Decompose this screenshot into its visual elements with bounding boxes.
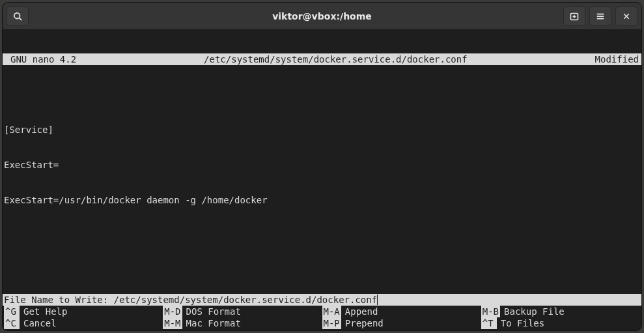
shortcut-label: Get Help <box>20 306 67 317</box>
nano-shortcuts: ^GGet Help M-DDOS Format M-AAppend M-BBa… <box>3 306 641 329</box>
text-cursor <box>377 295 378 305</box>
search-icon <box>13 12 22 21</box>
nano-file-path: /etc/systemd/system/docker.service.d/doc… <box>76 53 595 65</box>
nano-modified-status: Modified <box>595 53 640 65</box>
shortcut-label: Mac Format <box>182 317 241 329</box>
terminal-window: viktor@vbox:/home GNU nano 4.2 /etc/syst… <box>3 3 641 330</box>
shortcut-mac-format: M-MMac Format <box>163 317 322 329</box>
shortcut-append: M-AAppend <box>322 306 481 317</box>
shortcut-to-files: ^TTo Files <box>481 317 640 329</box>
menu-button[interactable] <box>589 7 611 26</box>
editor-line: ExecStart=/usr/bin/docker daemon -g /hom… <box>4 194 640 206</box>
svg-line-1 <box>20 18 22 20</box>
titlebar-right <box>563 7 637 26</box>
nano-editor-body[interactable]: [Service] ExecStart= ExecStart=/usr/bin/… <box>3 100 641 229</box>
shortcut-key: M-P <box>322 317 341 329</box>
shortcut-label: DOS Format <box>182 306 241 317</box>
shortcut-backup-file: M-BBackup File <box>481 306 640 317</box>
shortcut-cancel: ^CCancel <box>4 317 163 329</box>
shortcut-key: ^G <box>4 306 20 317</box>
titlebar: viktor@vbox:/home <box>3 3 641 30</box>
shortcut-key: ^C <box>4 317 20 329</box>
prompt-value: /etc/systemd/system/docker.service.d/doc… <box>114 294 378 306</box>
new-tab-icon <box>569 11 580 22</box>
close-button[interactable] <box>615 7 637 26</box>
window-title: viktor@vbox:/home <box>3 11 641 22</box>
hamburger-icon <box>596 12 605 21</box>
shortcut-key: M-A <box>322 306 341 317</box>
new-tab-button[interactable] <box>563 7 585 26</box>
shortcut-key: M-B <box>481 306 500 317</box>
shortcut-label: Prepend <box>341 317 384 329</box>
shortcut-label: Backup File <box>500 306 565 317</box>
nano-app-name: GNU nano 4.2 <box>4 53 76 65</box>
nano-header: GNU nano 4.2 /etc/systemd/system/docker.… <box>3 53 641 65</box>
shortcut-prepend: M-PPrepend <box>322 317 481 329</box>
editor-line: [Service] <box>4 124 640 136</box>
close-icon <box>623 12 630 20</box>
shortcut-label: Append <box>341 306 378 317</box>
shortcut-key: M-D <box>163 306 182 317</box>
search-button[interactable] <box>7 7 29 26</box>
shortcut-dos-format: M-DDOS Format <box>163 306 322 317</box>
svg-point-0 <box>14 12 20 18</box>
terminal-content[interactable]: GNU nano 4.2 /etc/systemd/system/docker.… <box>3 30 641 330</box>
shortcut-key: M-M <box>163 317 182 329</box>
shortcut-get-help: ^GGet Help <box>4 306 163 317</box>
nano-write-prompt[interactable]: File Name to Write: /etc/systemd/system/… <box>3 294 641 306</box>
shortcut-label: Cancel <box>20 317 57 329</box>
editor-line: ExecStart= <box>4 159 640 171</box>
shortcut-label: To Files <box>497 317 544 329</box>
prompt-label: File Name to Write: <box>4 294 114 306</box>
shortcut-key: ^T <box>481 317 497 329</box>
